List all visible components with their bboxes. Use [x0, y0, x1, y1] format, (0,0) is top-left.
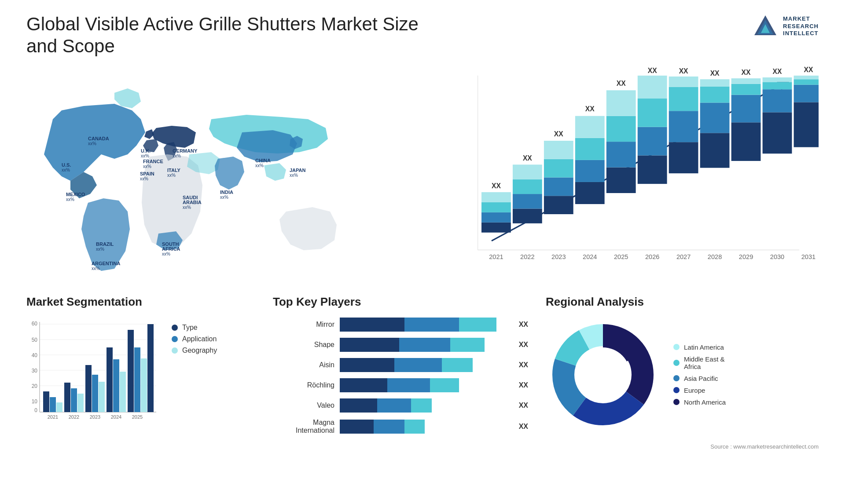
svg-rect-24 [481, 223, 511, 233]
svg-text:0: 0 [34, 407, 37, 413]
donut-svg [546, 318, 660, 432]
svg-rect-69 [700, 79, 730, 87]
svg-rect-67 [700, 102, 730, 133]
svg-rect-79 [763, 89, 792, 112]
svg-rect-49 [606, 142, 636, 167]
segmentation-legend: Type Application Geography [172, 324, 217, 354]
player-row-valeo: Valeo XX [273, 398, 528, 413]
player-row-mirror: Mirror XX [273, 318, 528, 332]
player-xx-magna: XX [519, 423, 528, 431]
svg-rect-30 [513, 208, 542, 223]
player-xx-rochling: XX [519, 381, 528, 389]
svg-rect-48 [606, 167, 636, 193]
svg-text:2022: 2022 [520, 253, 534, 260]
svg-text:2026: 2026 [645, 253, 659, 260]
svg-rect-66 [700, 133, 730, 168]
map-label-brazil: BRAZIL [96, 241, 114, 247]
bar-seg1-magna [340, 420, 374, 434]
svg-text:2021: 2021 [489, 253, 503, 260]
svg-text:XX: XX [585, 105, 595, 113]
player-name-magna: Magna International [273, 419, 334, 435]
player-name-aisin: Aisin [273, 361, 334, 369]
player-row-rochling: Röchling XX [273, 378, 528, 392]
regional-area: Regional Analysis [546, 295, 819, 432]
svg-rect-125 [147, 324, 154, 412]
svg-text:2027: 2027 [676, 253, 691, 260]
svg-rect-87 [794, 76, 819, 79]
bar-seg1-shape [340, 338, 399, 352]
map-label-us: U.S. [62, 162, 71, 168]
svg-text:xx%: xx% [143, 164, 151, 169]
svg-rect-60 [669, 142, 698, 173]
svg-rect-118 [113, 359, 119, 412]
svg-rect-85 [794, 85, 819, 102]
svg-rect-75 [731, 78, 761, 84]
regional-title: Regional Analysis [546, 295, 819, 309]
map-label-spain: SPAIN [140, 171, 154, 176]
player-xx-mirror: XX [519, 321, 528, 329]
svg-text:xx%: xx% [88, 141, 96, 146]
player-name-shape: Shape [273, 341, 334, 349]
map-label-france: FRANCE [143, 159, 163, 164]
bar-seg2-shape [399, 338, 450, 352]
map-label-japan: JAPAN [290, 168, 306, 173]
svg-rect-121 [128, 330, 134, 412]
svg-text:50: 50 [32, 337, 38, 343]
player-name-rochling: Röchling [273, 381, 334, 389]
svg-text:30: 30 [32, 368, 38, 374]
map-label-mexico: MEXICO [66, 192, 85, 197]
svg-text:xx%: xx% [173, 153, 181, 158]
page-title: Global Visible Active Grille Shutters Ma… [26, 13, 422, 58]
header: Global Visible Active Grille Shutters Ma… [26, 13, 819, 58]
legend-dot-type [172, 325, 178, 331]
segmentation-chart-svg: 60 50 40 30 20 10 0 [26, 318, 158, 423]
player-xx-aisin: XX [519, 361, 528, 369]
map-container: CANADA xx% U.S. xx% MEXICO xx% BRAZIL xx… [26, 66, 422, 278]
svg-text:XX: XX [523, 154, 532, 162]
svg-text:XX: XX [710, 69, 720, 77]
svg-text:20: 20 [32, 383, 38, 389]
map-label-uk: U.K. [141, 148, 151, 153]
player-bar-aisin [340, 358, 510, 372]
svg-text:2021: 2021 [48, 414, 58, 420]
svg-rect-38 [544, 159, 573, 178]
svg-text:40: 40 [32, 352, 38, 358]
page-wrapper: Global Visible Active Grille Shutters Ma… [0, 0, 845, 504]
svg-rect-44 [575, 138, 605, 160]
reg-dot-na [673, 399, 680, 405]
bar-seg3-valeo [411, 398, 431, 413]
svg-rect-114 [92, 375, 98, 412]
world-map-svg: CANADA xx% U.S. xx% MEXICO xx% BRAZIL xx… [26, 66, 422, 278]
svg-text:xx%: xx% [141, 153, 149, 158]
svg-rect-81 [763, 77, 792, 82]
svg-rect-74 [731, 84, 761, 95]
svg-text:xx%: xx% [183, 205, 191, 210]
reg-legend-latin: Latin America [673, 343, 726, 351]
svg-rect-86 [794, 79, 819, 85]
svg-text:ARABIA: ARABIA [183, 200, 202, 205]
svg-text:2028: 2028 [708, 253, 722, 260]
logo-area: MARKET RESEARCH INTELLECT [752, 13, 819, 40]
svg-rect-32 [513, 179, 542, 194]
svg-rect-33 [513, 164, 542, 179]
svg-text:60: 60 [32, 321, 38, 327]
svg-text:2024: 2024 [111, 414, 121, 420]
svg-text:2023: 2023 [90, 414, 100, 420]
source-line: Source : www.marketresearchintellect.com [26, 443, 819, 450]
svg-point-133 [576, 347, 630, 402]
bar-seg1-rochling [340, 378, 387, 392]
legend-dot-application [172, 336, 178, 342]
map-label-italy: ITALY [167, 168, 181, 173]
svg-rect-73 [731, 95, 761, 122]
reg-dot-europe [673, 387, 680, 393]
svg-text:xx%: xx% [92, 266, 100, 271]
svg-rect-25 [481, 212, 511, 223]
svg-rect-55 [638, 127, 667, 156]
reg-legend-na: North America [673, 398, 726, 406]
svg-text:xx%: xx% [162, 252, 170, 256]
svg-rect-113 [85, 365, 92, 412]
bar-seg3-mirror [459, 318, 496, 332]
svg-rect-37 [544, 177, 573, 196]
bar-seg1-mirror [340, 318, 404, 332]
svg-rect-31 [513, 194, 542, 208]
